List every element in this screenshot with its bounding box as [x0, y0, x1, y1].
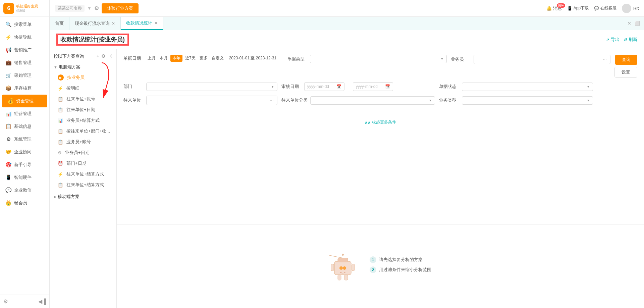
sidebar-label: 经营管理: [14, 111, 32, 117]
sidebar-item-member[interactable]: 👑 畅会员: [0, 197, 49, 209]
mobile-scheme-header[interactable]: ▶ 移动端方案: [50, 192, 116, 202]
scheme-item-unit-settle1[interactable]: ⚡ 往来单位+结算方式: [50, 169, 116, 179]
active-scheme-icon: ▶: [58, 74, 64, 81]
scheme-salesman-date-label: 业务员+日期: [65, 150, 90, 156]
app-download-button[interactable]: 📱 App下载: [567, 5, 589, 11]
settings-footer-icon[interactable]: ⚙: [3, 298, 8, 305]
gear-icon[interactable]: ⚙: [94, 5, 99, 11]
plan-button[interactable]: 体验行业方案: [102, 3, 139, 13]
partner-select[interactable]: ···: [146, 96, 277, 105]
scheme-unit-settle1-label: 往来单位+结算方式: [66, 171, 104, 177]
scheme-item-unit-dept-recv[interactable]: 📋 按往来单位+部门+收...: [50, 126, 116, 137]
collection-stats-tab-label: 收款情况统计: [126, 20, 152, 26]
scheme-item-unit-account[interactable]: 📋 往来单位+账号: [50, 94, 116, 104]
date-tab-last-7-days[interactable]: 近7天: [184, 55, 197, 62]
scheme-settings-button[interactable]: ⚙: [101, 53, 106, 59]
tabs-bar: 首页 现金银行流水查询 ✕ 收款情况统计 ✕ ✕ ⬜: [50, 17, 644, 30]
doc-type-select[interactable]: ▾: [310, 55, 447, 63]
sidebar-item-inventory[interactable]: 📦 库存核算: [0, 82, 49, 95]
logo-icon: 6: [3, 3, 14, 14]
refresh-label: 刷新: [629, 37, 637, 43]
tab-collection-stats[interactable]: 收款情况统计 ✕: [121, 17, 163, 30]
date-tab-last-month[interactable]: 上月: [146, 55, 157, 62]
tab-bank-flow[interactable]: 现金银行流水查询 ✕: [69, 17, 121, 30]
add-scheme-button[interactable]: +: [97, 53, 99, 59]
salesman-select[interactable]: ···: [474, 55, 610, 64]
scheme-item-salesman-account[interactable]: 📋 业务员+账号: [50, 137, 116, 147]
partner-more-icon[interactable]: ···: [270, 98, 274, 103]
doc-status-select[interactable]: ▾: [462, 83, 593, 91]
review-date-start-placeholder: yyyy-mm-dd: [307, 84, 329, 89]
dept-date-icon: ⏰: [58, 161, 63, 166]
sidebar-item-system[interactable]: ⚙ 系统管理: [0, 133, 49, 146]
partner-classify-select[interactable]: ▾: [310, 96, 435, 105]
scheme-unit-date-label: 往来单位+日期: [66, 107, 95, 113]
sidebar-item-enterprise[interactable]: 🤝 企业协同: [0, 146, 49, 158]
member-icon: 👑: [5, 200, 11, 206]
scheme-item-unit-settle2[interactable]: 📋 往来单位+结算方式: [50, 179, 116, 190]
collapse-panel-button[interactable]: 《: [108, 53, 112, 59]
header-right: 🔔 消息 99+ 📱 App下载 💬 在线客服 Rit: [546, 4, 639, 13]
marketing-icon: 📢: [5, 47, 11, 53]
basic-info-icon: 📋: [5, 123, 11, 130]
sidebar-item-wechat[interactable]: 💬 企业微信: [0, 184, 49, 197]
biz-type-select[interactable]: ▾: [462, 96, 593, 105]
scheme-item-salesman-settle[interactable]: 📊 业务员+结算方式: [50, 115, 116, 126]
refresh-button[interactable]: ↺ 刷新: [624, 37, 637, 43]
notice-badge: 99+: [557, 3, 565, 8]
maximize-window-icon[interactable]: ⬜: [635, 21, 640, 26]
sidebar-item-hardware[interactable]: 📱 智能硬件: [0, 171, 49, 184]
tab-home[interactable]: 首页: [50, 17, 69, 30]
main-content: 某某公司名称 ▼ ⚙ 体验行业方案 🔔 消息 99+ 📱 App下载 💬 在线客…: [50, 0, 644, 308]
sidebar-label: 库存核算: [14, 85, 32, 91]
edition-badge: 标准版: [16, 9, 38, 13]
desktop-scheme-header[interactable]: ▼ 电脑端方案: [50, 62, 116, 72]
sidebar-item-operations[interactable]: 📊 经营管理: [0, 107, 49, 120]
sidebar-item-guide[interactable]: 🎯 新手引导: [0, 158, 49, 171]
close-window-icon[interactable]: ✕: [628, 21, 631, 26]
date-tab-this-year[interactable]: 本年: [170, 55, 182, 62]
scheme-item-by-detail[interactable]: ⚡ 按明细: [50, 83, 116, 94]
sidebar-item-sales[interactable]: 💼 销售管理: [0, 56, 49, 69]
company-breadcrumb[interactable]: 某某公司名称: [55, 5, 85, 12]
collection-stats-close-icon[interactable]: ✕: [154, 21, 158, 25]
date-tab-more[interactable]: 更多: [198, 55, 209, 62]
scheme-item-salesman-date[interactable]: ⚙ 业务员+日期: [50, 147, 116, 158]
date-tabs: 上月 本月 本年 近7天 更多 自定义: [146, 55, 225, 62]
sidebar-item-marketing[interactable]: 📢 营销推广: [0, 44, 49, 56]
set-button[interactable]: 设置: [614, 67, 637, 78]
user-area[interactable]: Rit: [622, 4, 639, 13]
collapse-footer-icon[interactable]: ◀▐: [38, 298, 46, 305]
filter-panel: 单据日期 上月 本月 本年 近7天 更多 自定义 2023-01-01 至 20…: [117, 49, 644, 224]
date-tab-custom[interactable]: 自定义: [210, 55, 225, 62]
query-button[interactable]: 查询: [615, 55, 637, 65]
scheme-item-unit-date[interactable]: 📋 往来单位+日期: [50, 104, 116, 115]
scheme-item-by-salesman[interactable]: ▶ 按业务员: [50, 72, 116, 83]
salesman-settle-icon: 📊: [58, 118, 63, 123]
collapse-chevron-icon: ∧∧: [365, 120, 371, 125]
review-date-start-input[interactable]: yyyy-mm-dd 📅: [304, 82, 344, 91]
date-tab-this-month[interactable]: 本月: [158, 55, 169, 62]
salesman-more-icon[interactable]: ···: [603, 57, 607, 62]
step-1-num: 1: [370, 256, 376, 263]
scheme-item-dept-date[interactable]: ⏰ 部门+日期: [50, 158, 116, 169]
sidebar-item-basic-info[interactable]: 📋 基础信息: [0, 120, 49, 133]
export-label: 导出: [611, 37, 620, 43]
collapse-button[interactable]: ∧∧ 收起更多条件: [123, 117, 637, 128]
date-separator: —: [346, 84, 351, 89]
notice-button[interactable]: 🔔 消息 99+: [546, 5, 562, 11]
dept-select[interactable]: ▾: [146, 83, 277, 91]
top-header: 某某公司名称 ▼ ⚙ 体验行业方案 🔔 消息 99+ 📱 App下载 💬 在线客…: [50, 0, 644, 17]
sidebar-item-purchase[interactable]: 🛒 采购管理: [0, 69, 49, 82]
chevron-down-icon: ▾: [441, 57, 443, 61]
online-service-button[interactable]: 💬 在线客服: [594, 5, 616, 11]
page-actions: ↗ 导出 ↺ 刷新: [606, 37, 637, 43]
export-button[interactable]: ↗ 导出: [606, 37, 620, 43]
desktop-arrow-icon: ▼: [54, 65, 57, 69]
review-date-end-input[interactable]: yyyy-mm-dd 📅: [353, 82, 393, 91]
bank-flow-close-icon[interactable]: ✕: [112, 21, 115, 26]
svg-rect-8: [344, 275, 348, 280]
sidebar-item-quick-nav[interactable]: ⚡ 快捷导航: [0, 31, 49, 44]
sidebar-item-finance[interactable]: 💰 资金管理: [2, 95, 47, 107]
sidebar-item-search-menu[interactable]: 🔍 搜索菜单: [0, 18, 49, 31]
